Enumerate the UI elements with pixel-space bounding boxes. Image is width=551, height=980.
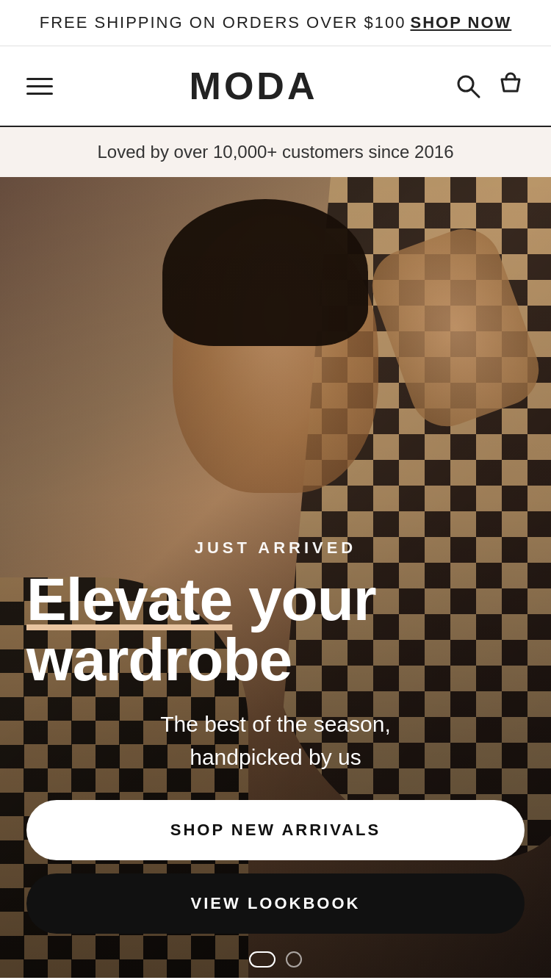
search-button[interactable]: [454, 72, 482, 100]
hero-subtext: The best of the season, handpicked by us: [26, 707, 525, 774]
hero-dots: [0, 951, 551, 968]
cart-icon: [497, 72, 525, 100]
hero-eyebrow: JUST ARRIVED: [26, 538, 525, 558]
shop-new-arrivals-button[interactable]: SHOP NEW ARRIVALS: [26, 800, 525, 860]
nav-icons: [454, 72, 525, 100]
hero-headline: Elevate your wardrobe: [26, 569, 525, 690]
hero-content: JUST ARRIVED Elevate your wardrobe The b…: [0, 538, 551, 934]
trust-text: Loved by over 10,000+ customers since 20…: [98, 142, 454, 162]
hero-subtext-line1: The best of the season,: [160, 712, 391, 736]
hamburger-icon: [26, 78, 53, 95]
shop-now-link[interactable]: SHOP NOW: [410, 13, 511, 32]
hero-headline-word1: Elevate: [26, 566, 232, 633]
trust-bar: Loved by over 10,000+ customers since 20…: [0, 127, 551, 177]
hamburger-button[interactable]: [26, 78, 53, 95]
svg-line-1: [472, 90, 480, 98]
dot-2[interactable]: [286, 951, 302, 968]
view-lookbook-button[interactable]: VIEW LOOKBOOK: [26, 873, 525, 934]
search-icon: [454, 72, 482, 100]
navbar: MODA: [0, 46, 551, 127]
dot-1[interactable]: [249, 951, 276, 968]
hero-subtext-line2: handpicked by us: [190, 745, 361, 769]
announcement-text: FREE SHIPPING ON ORDERS OVER $100: [40, 13, 406, 32]
cart-button[interactable]: [497, 72, 525, 100]
announcement-bar: FREE SHIPPING ON ORDERS OVER $100 SHOP N…: [0, 0, 551, 46]
brand-logo[interactable]: MODA: [190, 64, 318, 108]
hero-section: JUST ARRIVED Elevate your wardrobe The b…: [0, 177, 551, 978]
